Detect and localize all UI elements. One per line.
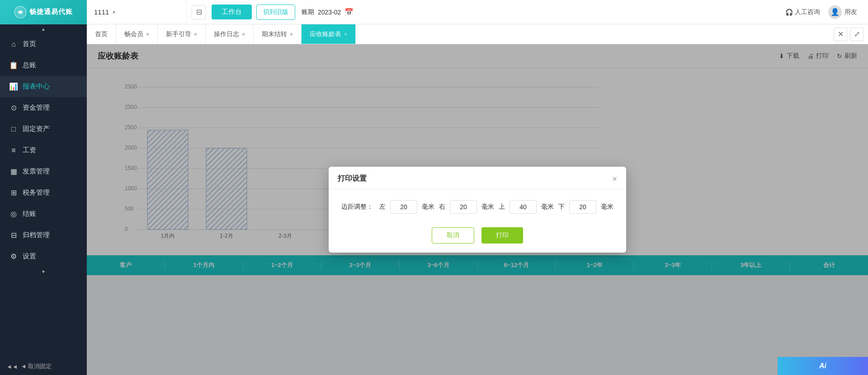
tab-aging-close[interactable]: ×	[344, 31, 347, 38]
sidebar-item-home[interactable]: ⌂ 首页	[0, 33, 87, 55]
tab-bar-actions: ✕ ⤢	[834, 24, 868, 44]
sidebar-scroll-up[interactable]: ▲	[0, 24, 87, 33]
topbar: 畅捷通易代账 1111 ▾ ⊟ 工作台 切到旧版 账期 2023-02 📅 🎧 …	[0, 0, 868, 24]
period-label: 账期	[302, 8, 314, 16]
tab-period-end[interactable]: 期末结转 ×	[254, 24, 302, 44]
avatar: 👤	[828, 5, 842, 19]
top-unit-label: 毫米	[541, 203, 554, 211]
headset-icon: 🎧	[785, 9, 793, 16]
main-layout: ▲ ⌂ 首页 📋 总账 📊 报表中心 ⊙ 资金管理 □ 固定资产 ≡ 工资 ▦ …	[0, 24, 868, 375]
sidebar-item-label: 固定资产	[23, 125, 50, 133]
assets-icon: □	[9, 125, 18, 133]
top-margin-input[interactable]	[509, 200, 537, 214]
funds-icon: ⊙	[9, 103, 18, 112]
sidebar-unpin-button[interactable]: ◄◄ ◄ 取消固定	[0, 358, 87, 375]
reports-icon: 📊	[9, 82, 18, 91]
margin-row: 边距调整： 左 毫米 右 毫米 上 毫米 下 毫	[341, 200, 613, 214]
tab-aging-label: 应收账龄表	[310, 30, 341, 38]
tab-guide[interactable]: 新手引导 ×	[158, 24, 206, 44]
tab-guide-close[interactable]: ×	[194, 31, 197, 38]
unpin-label: ◄ 取消固定	[21, 362, 52, 370]
sidebar-item-invoice[interactable]: ▦ 发票管理	[0, 161, 87, 182]
tab-member-close[interactable]: ×	[146, 31, 149, 38]
modal-overlay: 打印设置 × 边距调整： 左 毫米 右 毫米 上	[87, 44, 868, 375]
right-unit-label: 毫米	[481, 203, 494, 211]
tab-period-end-close[interactable]: ×	[290, 31, 293, 38]
sidebar-item-label: 总账	[23, 61, 36, 70]
sidebar-item-close[interactable]: ◎ 结账	[0, 203, 87, 225]
sidebar-item-label: 归档管理	[23, 231, 50, 239]
sidebar-item-label: 资金管理	[23, 103, 50, 112]
dialog-close-button[interactable]: ×	[612, 175, 617, 183]
calendar-icon[interactable]: 📅	[344, 8, 354, 16]
ledger-icon: 📋	[9, 61, 18, 70]
sidebar: ▲ ⌂ 首页 📋 总账 📊 报表中心 ⊙ 资金管理 □ 固定资产 ≡ 工资 ▦ …	[0, 24, 87, 375]
tab-oplog[interactable]: 操作日志 ×	[206, 24, 254, 44]
close-ledger-icon: ◎	[9, 210, 18, 218]
sidebar-item-label: 报表中心	[23, 82, 50, 91]
dialog-body: 边距调整： 左 毫米 右 毫米 上 毫米 下 毫	[329, 189, 626, 223]
tab-home[interactable]: 首页	[87, 24, 116, 44]
print-settings-dialog: 打印设置 × 边距调整： 左 毫米 右 毫米 上	[329, 167, 626, 253]
user-area[interactable]: 👤 用友	[828, 5, 857, 19]
dialog-footer: 取消 打印	[329, 223, 626, 253]
copy-button[interactable]: ⊟	[192, 5, 206, 19]
sidebar-item-settings[interactable]: ⚙ 设置	[0, 246, 87, 267]
period-value: 2023-02	[318, 9, 341, 16]
logo-text: 畅捷通易代账	[29, 8, 73, 16]
workspace-button[interactable]: 工作台	[212, 5, 252, 19]
logo-area: 畅捷通易代账	[0, 0, 87, 24]
sidebar-item-label: 发票管理	[23, 167, 50, 176]
left-margin-input[interactable]	[390, 200, 417, 214]
sidebar-item-label: 设置	[23, 252, 36, 261]
sidebar-item-tax[interactable]: ⊞ 税务管理	[0, 182, 87, 203]
confirm-print-button[interactable]: 打印	[481, 227, 523, 244]
switch-version-button[interactable]: 切到旧版	[256, 5, 295, 20]
company-selector[interactable]: 1111 ▾	[87, 0, 186, 24]
bottom-unit-label: 毫米	[601, 203, 613, 211]
tax-icon: ⊞	[9, 188, 18, 197]
tab-home-label: 首页	[95, 30, 108, 38]
top-direction-label: 上	[499, 203, 505, 211]
tab-aging[interactable]: 应收账龄表 ×	[302, 24, 356, 44]
topbar-right: 🎧 人工咨询 👤 用友	[785, 5, 868, 19]
tab-bar: 首页 畅会员 × 新手引导 × 操作日志 × 期末结转 × 应收账龄表 ×	[87, 24, 868, 44]
ai-assistant-bar[interactable]: Ai	[778, 357, 868, 375]
sidebar-item-salary[interactable]: ≡ 工资	[0, 140, 87, 161]
tab-oplog-label: 操作日志	[214, 30, 239, 38]
sidebar-item-ledger[interactable]: 📋 总账	[0, 55, 87, 76]
sidebar-item-assets[interactable]: □ 固定资产	[0, 118, 87, 140]
consult-button[interactable]: 🎧 人工咨询	[785, 8, 820, 16]
account-period: 账期 2023-02 📅	[300, 8, 355, 16]
tab-period-end-label: 期末结转	[262, 30, 287, 38]
company-name: 1111	[94, 8, 109, 16]
sidebar-item-archive[interactable]: ⊟ 归档管理	[0, 225, 87, 246]
bottom-margin-input[interactable]	[569, 200, 596, 214]
chevron-down-icon: ▾	[113, 9, 115, 15]
sidebar-item-reports[interactable]: 📊 报表中心	[0, 76, 87, 97]
right-margin-input[interactable]	[450, 200, 477, 214]
tab-member-label: 畅会员	[124, 30, 143, 38]
dialog-title: 打印设置	[338, 174, 367, 183]
tab-guide-label: 新手引导	[166, 30, 191, 38]
margin-label: 边距调整：	[341, 203, 373, 211]
cancel-button[interactable]: 取消	[432, 227, 474, 244]
salary-icon: ≡	[9, 146, 18, 155]
sidebar-item-funds[interactable]: ⊙ 资金管理	[0, 97, 87, 118]
user-label: 用友	[844, 8, 857, 16]
sidebar-item-label: 首页	[23, 40, 36, 48]
tab-close-button[interactable]: ✕	[834, 28, 847, 41]
tab-maximize-button[interactable]: ⤢	[850, 28, 863, 41]
settings-icon: ⚙	[9, 252, 18, 261]
dialog-header: 打印设置 ×	[329, 167, 626, 189]
logo-icon	[14, 6, 27, 19]
invoice-icon: ▦	[9, 167, 18, 176]
tab-member[interactable]: 畅会员 ×	[116, 24, 158, 44]
sidebar-item-label: 结账	[23, 210, 36, 218]
unpin-icon: ◄◄	[6, 363, 18, 370]
content-area: 首页 畅会员 × 新手引导 × 操作日志 × 期末结转 × 应收账龄表 ×	[87, 24, 868, 375]
tab-oplog-close[interactable]: ×	[242, 31, 245, 38]
ai-label: Ai	[819, 362, 826, 370]
bottom-direction-label: 下	[558, 203, 565, 211]
sidebar-scroll-down[interactable]: ▼	[0, 267, 87, 276]
